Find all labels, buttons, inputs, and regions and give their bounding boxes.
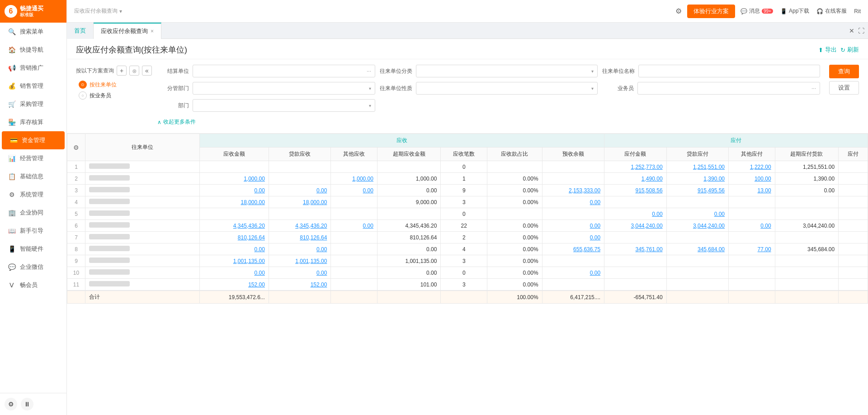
cell-dk-yingshou[interactable]: 0.00 [269, 185, 330, 196]
sidebar-item-quicknav[interactable]: 🏠 快捷导航 [0, 41, 66, 59]
filter-partner-nature: 往来单位性质 ▾ [380, 82, 598, 95]
topbar-dropdown-arrow[interactable]: ▾ [119, 8, 122, 14]
cell-dk-yingshou[interactable]: 0.00 [269, 243, 330, 255]
col-settings[interactable]: ⚙ [67, 134, 85, 161]
tab-expand-btn[interactable]: ⛶ [858, 27, 864, 34]
cell-qt-yingshou[interactable]: 1,000.00 [331, 173, 377, 185]
cell-extra [839, 185, 868, 196]
cell-yingshou-je[interactable]: 152.00 [199, 279, 269, 291]
mode-by-partner[interactable]: ⊙ 按往来单位 [76, 79, 152, 90]
sidebar-item-hardware[interactable]: 📱 智能硬件 [0, 240, 66, 258]
cell-dk-yingshou[interactable]: 1,001,135.00 [269, 255, 330, 267]
cell-yushou[interactable]: 0.00 [542, 232, 604, 243]
tab-close-window-btn[interactable]: ✕ [849, 27, 854, 34]
cell-dk-yingfu[interactable]: 3,044,240.00 [666, 220, 728, 232]
cell-qt-yingfu[interactable]: 100.00 [729, 173, 775, 185]
cell-dk-yingfu[interactable]: 0.00 [666, 208, 728, 220]
cell-qt-yingfu[interactable]: 1,222.00 [729, 161, 775, 173]
sidebar-item-operation-label: 经营管理 [20, 154, 43, 162]
filter-partner-category-input[interactable]: ▾ [416, 65, 598, 77]
cell-yingfu-je[interactable]: 0.00 [604, 208, 666, 220]
cell-yushou[interactable]: 2,153,333.00 [542, 185, 604, 196]
filter-department-input[interactable]: ▾ [193, 99, 375, 112]
cell-yushou [542, 208, 604, 220]
cell-yingshou-je[interactable]: 1,000.00 [199, 173, 269, 185]
cell-yingshou-je[interactable]: 1,001,135.00 [199, 255, 269, 267]
cell-dk-yingshou[interactable]: 152.00 [269, 279, 330, 291]
cell-yingfu-je[interactable]: 1,490.00 [604, 173, 666, 185]
filter-salesperson-input[interactable]: ··· [637, 82, 820, 95]
setting-btn[interactable]: 设置 [829, 81, 859, 95]
sidebar-item-sales[interactable]: 💰 销售管理 [0, 77, 66, 95]
filter-partner-nature-input[interactable]: ▾ [416, 82, 598, 95]
cell-qt-yingfu[interactable]: 0.00 [729, 220, 775, 232]
cell-yushou[interactable]: 0.00 [542, 220, 604, 232]
sidebar-item-operation[interactable]: 📊 经营管理 [0, 149, 66, 167]
cell-dk-yingshou[interactable]: 810,126.64 [269, 232, 330, 243]
cell-dk-yingfu[interactable]: 915,495.56 [666, 185, 728, 196]
topbar-promo-btn[interactable]: 体验行业方案 [687, 5, 735, 18]
topbar-user[interactable]: Rit [854, 8, 861, 14]
mode-by-salesperson[interactable]: ○ 按业务员 [76, 90, 152, 101]
topbar-message-btn[interactable]: 💬 消息 99+ [741, 7, 773, 15]
sidebar-item-inventory[interactable]: 🏪 库存核算 [0, 113, 66, 131]
cell-qt-yingfu[interactable]: 77.00 [729, 243, 775, 255]
sidebar-item-basic[interactable]: 📋 基础信息 [0, 167, 66, 186]
cell-dk-yingfu[interactable]: 345,684.00 [666, 243, 728, 255]
topbar-gear-icon[interactable]: ⚙ [675, 7, 682, 15]
cell-yingshou-je[interactable]: 18,000.00 [199, 196, 269, 208]
cell-yushou[interactable]: 655,636.75 [542, 243, 604, 255]
tab-close-icon[interactable]: × [151, 28, 154, 34]
topbar-actions: 💬 消息 99+ 📱 App下载 🎧 在线客服 Rit [741, 7, 861, 15]
cell-qt-yingfu [729, 279, 775, 291]
cell-qt-yingshou[interactable]: 0.00 [331, 220, 377, 232]
tab-balance-query[interactable]: 应收应付余额查询 × [94, 23, 161, 39]
cell-dk-yingfu[interactable]: 1,390.00 [666, 173, 728, 185]
refresh-btn[interactable]: ↻ 刷新 [840, 46, 859, 54]
tab-home[interactable]: 首页 [67, 23, 94, 39]
cell-dk-yingfu[interactable]: 1,251,551.00 [666, 161, 728, 173]
filter-collapse-btn[interactable]: « [142, 66, 152, 76]
cell-qt-yingshou[interactable]: 0.00 [331, 185, 377, 196]
filter-partner-name-input[interactable] [638, 65, 820, 77]
sidebar-item-member[interactable]: Ⅴ 畅会员 [0, 276, 66, 294]
sidebar-item-purchase[interactable]: 🛒 采购管理 [0, 95, 66, 113]
cell-yingshou-je[interactable]: 0.00 [199, 267, 269, 279]
cell-yingfu-je[interactable]: 345,761.00 [604, 243, 666, 255]
cell-yushou[interactable]: 0.00 [542, 196, 604, 208]
filter-settlement-input[interactable]: ··· [193, 65, 375, 77]
sidebar-item-search[interactable]: 🔍 搜索菜单 [0, 23, 66, 41]
cell-qt-yingfu[interactable]: 13.00 [729, 185, 775, 196]
topbar-service-btn[interactable]: 🎧 在线客服 [816, 7, 847, 15]
topbar-appdownload-btn[interactable]: 📱 App下载 [780, 7, 809, 15]
cell-yingfu-je[interactable]: 3,044,240.00 [604, 220, 666, 232]
cell-yingfu-je[interactable]: 915,508.56 [604, 185, 666, 196]
cell-dk-yingshou[interactable]: 0.00 [269, 267, 330, 279]
cell-dk-yingshou[interactable]: 4,345,436.20 [269, 220, 330, 232]
cell-yingfu-je[interactable]: 1,252,773.00 [604, 161, 666, 173]
cell-dk-yingshou[interactable]: 18,000.00 [269, 196, 330, 208]
collapse-sidebar-btn[interactable]: ⏸ [21, 398, 33, 410]
cell-yingshou-je[interactable]: 4,345,436.20 [199, 220, 269, 232]
settings-bottom-btn[interactable]: ⚙ [5, 398, 17, 410]
cell-yushou[interactable]: 0.00 [542, 267, 604, 279]
filter-add-btn[interactable]: + [117, 66, 127, 76]
sidebar-item-marketing[interactable]: 📢 营销推广 [0, 59, 66, 77]
sidebar-item-system[interactable]: ⚙ 系统管理 [0, 186, 66, 204]
sidebar-item-guide[interactable]: 📖 新手引导 [0, 222, 66, 240]
cell-yingshou-je[interactable]: 0.00 [199, 243, 269, 255]
topbar-message-badge: 99+ [762, 9, 773, 14]
cell-yingshou-je[interactable]: 810,126.64 [199, 232, 269, 243]
data-table: ⚙ 往来单位 应收 应付 应收金额 贷款应收 其他应收 超期应收金额 应收笔数 … [67, 134, 868, 304]
collapse-conditions-btn[interactable]: ∧ 收起更多条件 [157, 118, 820, 126]
filter-dept-input[interactable]: ▾ [193, 82, 375, 95]
cell-qt-yingshou [331, 208, 377, 220]
filter-scheme-btn[interactable]: ◎ [129, 66, 139, 76]
sidebar-item-finance[interactable]: 💳 资金管理 [2, 131, 65, 149]
sidebar-item-enterprise[interactable]: 🏢 企业协同 [0, 204, 66, 222]
cell-yingshou-je[interactable]: 0.00 [199, 185, 269, 196]
table-settings-icon[interactable]: ⚙ [73, 144, 79, 151]
query-btn[interactable]: 查询 [829, 65, 859, 78]
export-btn[interactable]: ⬆ 导出 [818, 46, 837, 54]
sidebar-item-wechat[interactable]: 💬 企业微信 [0, 258, 66, 276]
